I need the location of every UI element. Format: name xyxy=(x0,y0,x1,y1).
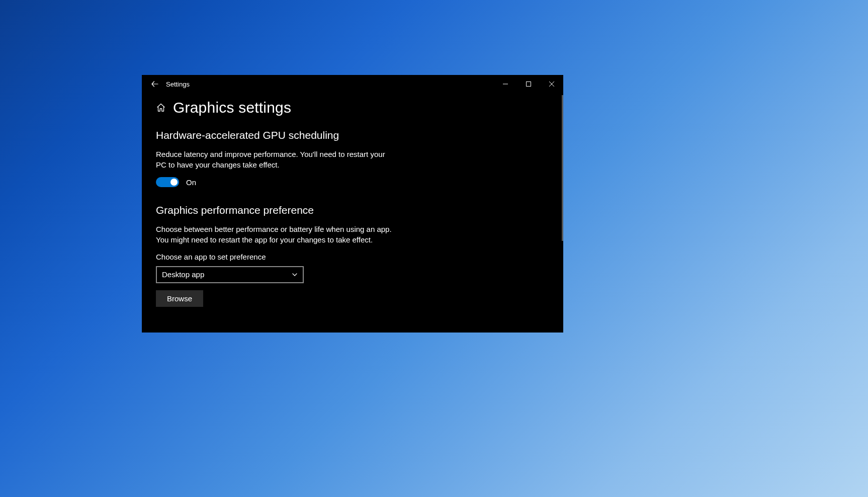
back-button[interactable] xyxy=(148,77,162,91)
minimize-icon xyxy=(503,81,508,87)
app-type-dropdown[interactable]: Desktop app xyxy=(156,266,304,283)
gpu-scheduling-title: Hardware-accelerated GPU scheduling xyxy=(156,129,549,141)
settings-window: Settings Graphics settings xyxy=(142,75,563,333)
performance-pref-description: Choose between better performance or bat… xyxy=(156,224,392,245)
gpu-scheduling-toggle[interactable] xyxy=(156,177,179,187)
content: Graphics settings Hardware-accelerated G… xyxy=(142,93,563,333)
svg-rect-0 xyxy=(527,82,531,87)
maximize-icon xyxy=(526,81,531,87)
maximize-button[interactable] xyxy=(517,75,540,93)
titlebar: Settings xyxy=(142,75,563,93)
app-title: Settings xyxy=(166,80,190,88)
window-controls xyxy=(494,75,563,93)
content-area: Graphics settings Hardware-accelerated G… xyxy=(142,93,563,333)
performance-pref-title: Graphics performance preference xyxy=(156,204,549,216)
close-button[interactable] xyxy=(540,75,563,93)
toggle-knob xyxy=(170,179,178,186)
gpu-scheduling-toggle-row: On xyxy=(156,177,549,187)
dropdown-value: Desktop app xyxy=(162,270,292,279)
close-icon xyxy=(549,81,554,87)
chevron-down-icon xyxy=(292,272,298,278)
choose-app-label: Choose an app to set preference xyxy=(156,253,549,261)
page-header: Graphics settings xyxy=(156,99,549,116)
gpu-scheduling-toggle-label: On xyxy=(186,178,196,187)
page-title: Graphics settings xyxy=(173,99,291,116)
home-icon[interactable] xyxy=(156,103,166,113)
gpu-scheduling-description: Reduce latency and improve performance. … xyxy=(156,149,392,170)
scrollbar[interactable] xyxy=(562,95,563,330)
browse-button[interactable]: Browse xyxy=(156,290,203,307)
scrollbar-thumb[interactable] xyxy=(562,95,563,241)
arrow-left-icon xyxy=(151,80,159,88)
minimize-button[interactable] xyxy=(494,75,517,93)
